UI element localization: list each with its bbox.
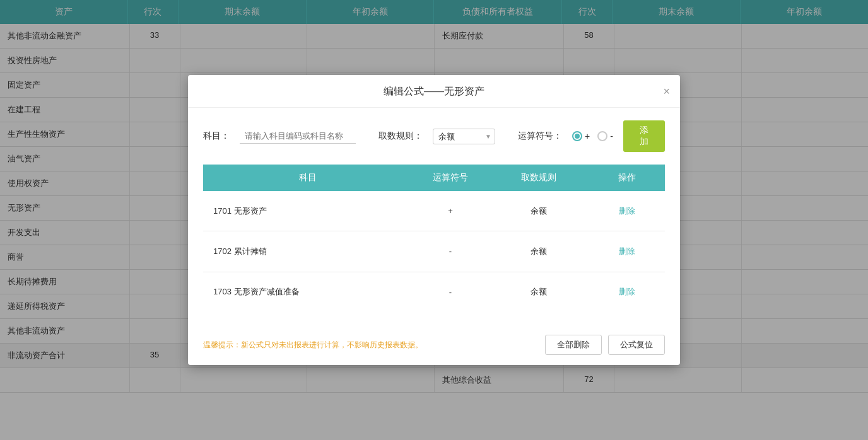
cell-subject-2: 1702 累计摊销 xyxy=(203,231,413,272)
col-rule: 取数规则 xyxy=(488,165,589,191)
table-row: 1702 累计摊销 - 余额 删除 xyxy=(203,231,665,272)
reset-formula-button[interactable]: 公式复位 xyxy=(608,335,665,355)
modal-body: 科目： 取数规则： 余额 借方 贷方 借方发生额 贷方发生额 ▼ 运算符号： xyxy=(188,108,680,325)
form-row: 科目： 取数规则： 余额 借方 贷方 借方发生额 贷方发生额 ▼ 运算符号： xyxy=(203,120,665,152)
modal-header: 编辑公式——无形资产 × xyxy=(188,75,680,108)
modal-close-button[interactable]: × xyxy=(663,86,670,97)
formula-table: 科目 运算符号 取数规则 操作 1701 无形资产 + 余额 删除 xyxy=(203,165,665,312)
footer-buttons: 全部删除 公式复位 xyxy=(545,335,665,355)
cell-subject-1: 1701 无形资产 xyxy=(203,191,413,231)
radio-minus-label: - xyxy=(610,131,613,141)
subject-label: 科目： xyxy=(203,130,230,142)
cell-action-3: 删除 xyxy=(589,272,665,312)
modal-overlay: 编辑公式——无形资产 × 科目： 取数规则： 余额 借方 贷方 借方发生额 贷方… xyxy=(0,0,868,440)
rule-select-wrapper: 余额 借方 贷方 借方发生额 贷方发生额 ▼ xyxy=(433,129,495,144)
modal-dialog: 编辑公式——无形资产 × 科目： 取数规则： 余额 借方 贷方 借方发生额 贷方… xyxy=(188,75,680,365)
rule-select[interactable]: 余额 借方 贷方 借方发生额 贷方发生额 xyxy=(433,129,495,144)
cell-operator-1: + xyxy=(413,191,488,231)
cell-rule-2: 余额 xyxy=(488,231,589,272)
delete-all-button[interactable]: 全部删除 xyxy=(545,335,602,355)
operator-label: 运算符号： xyxy=(518,130,562,142)
table-row: 1701 无形资产 + 余额 删除 xyxy=(203,191,665,231)
cell-rule-3: 余额 xyxy=(488,272,589,312)
cell-subject-3: 1703 无形资产减值准备 xyxy=(203,272,413,312)
modal-title: 编辑公式——无形资产 xyxy=(384,86,484,96)
footer-tip: 温馨提示：新公式只对未出报表进行计算，不影响历史报表数据。 xyxy=(203,340,423,350)
delete-link-1[interactable]: 删除 xyxy=(619,206,635,216)
cell-rule-1: 余额 xyxy=(488,191,589,231)
delete-link-3[interactable]: 删除 xyxy=(619,287,635,296)
subject-input[interactable] xyxy=(240,129,356,144)
cell-action-2: 删除 xyxy=(589,231,665,272)
radio-minus[interactable]: - xyxy=(597,131,613,141)
radio-plus-label: + xyxy=(585,131,590,141)
radio-plus[interactable]: + xyxy=(572,131,590,141)
table-header-row: 科目 运算符号 取数规则 操作 xyxy=(203,165,665,191)
rule-label: 取数规则： xyxy=(378,130,423,142)
modal-footer: 温馨提示：新公式只对未出报表进行计算，不影响历史报表数据。 全部删除 公式复位 xyxy=(188,325,680,365)
col-action: 操作 xyxy=(589,165,665,191)
cell-operator-2: - xyxy=(413,231,488,272)
cell-operator-3: - xyxy=(413,272,488,312)
radio-plus-circle xyxy=(572,131,582,141)
add-button[interactable]: 添加 xyxy=(623,120,665,152)
radio-minus-circle xyxy=(597,131,607,141)
operator-radio-group: + - xyxy=(572,131,613,141)
delete-link-2[interactable]: 删除 xyxy=(619,246,635,256)
cell-action-1: 删除 xyxy=(589,191,665,231)
col-subject: 科目 xyxy=(203,165,413,191)
col-operator: 运算符号 xyxy=(413,165,488,191)
table-row: 1703 无形资产减值准备 - 余额 删除 xyxy=(203,272,665,312)
